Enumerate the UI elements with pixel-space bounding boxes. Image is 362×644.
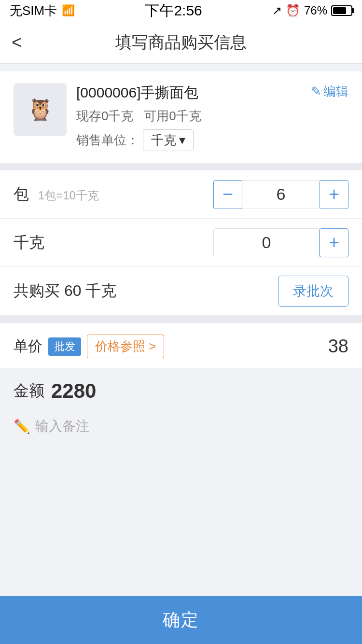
amount-row: 金额 2280 — [14, 379, 348, 403]
status-time: 下午2:56 — [145, 1, 202, 21]
bao-section: 包 1包=10千克 − + 千克 + — [0, 170, 362, 267]
dropdown-arrow-icon: ▾ — [179, 133, 185, 148]
price-ref-button[interactable]: 价格参照 > — [87, 335, 164, 358]
product-logo-icon: 🦉 — [27, 97, 54, 122]
divider-2 — [0, 315, 362, 323]
current-stock: 现存0千克 — [76, 109, 133, 123]
total-row: 共购买 60 千克 录批次 — [0, 267, 362, 315]
bao-increment-button[interactable]: + — [320, 180, 348, 209]
bao-hint: 1包=10千克 — [38, 189, 99, 202]
price-tag: 批发 — [48, 337, 81, 356]
edit-icon: ✎ — [311, 84, 321, 99]
bao-label-text: 包 — [14, 185, 29, 203]
product-thumbnail: 🦉 — [14, 83, 67, 136]
kg-row: 千克 + — [0, 219, 362, 267]
unit-label: 销售单位： — [76, 132, 139, 149]
page-title: 填写商品购买信息 — [115, 31, 247, 54]
total-label: 共购买 60 千克 — [14, 280, 116, 302]
price-row: 单价 批发 价格参照 > 38 — [14, 335, 348, 358]
bao-decrement-button[interactable]: − — [213, 180, 242, 209]
kg-label: 千克 — [14, 232, 213, 253]
product-name: [0000006]手撕面包 — [76, 83, 348, 103]
confirm-button[interactable]: 确定 — [0, 596, 362, 644]
alarm-icon: ⏰ — [286, 4, 300, 17]
batch-button[interactable]: 录批次 — [278, 276, 348, 307]
divider-1 — [0, 163, 362, 170]
product-card: 🦉 [0000006]手撕面包 现存0千克 可用0千克 销售单位： 千克 ▾ ✎… — [0, 71, 362, 163]
remark-placeholder: 输入备注 — [35, 417, 89, 435]
bao-qty-input[interactable] — [242, 180, 320, 209]
amount-section: 金额 2280 ✏️ 输入备注 — [0, 368, 362, 445]
bao-label: 包 1包=10千克 — [14, 184, 213, 205]
price-value: 38 — [328, 336, 348, 357]
pencil-icon: ✏️ — [14, 419, 30, 434]
unit-selector[interactable]: 千克 ▾ — [143, 129, 194, 151]
kg-qty-control: + — [213, 228, 348, 257]
status-bar: 无SIM卡 📶 下午2:56 ↗ ⏰ 76% — [0, 0, 362, 21]
edit-label: 编辑 — [323, 83, 348, 100]
carrier-text: 无SIM卡 — [10, 2, 57, 19]
battery-icon — [331, 5, 352, 16]
kg-qty-input[interactable] — [213, 228, 320, 257]
product-info: [0000006]手撕面包 现存0千克 可用0千克 销售单位： 千克 ▾ — [76, 83, 348, 151]
price-section: 单价 批发 价格参照 > 38 — [0, 323, 362, 368]
wifi-icon: 📶 — [62, 4, 75, 17]
product-stock: 现存0千克 可用0千克 — [76, 108, 348, 125]
price-label: 单价 — [14, 336, 42, 356]
remark-row[interactable]: ✏️ 输入备注 — [14, 412, 348, 445]
nav-bar: < 填写商品购买信息 — [0, 21, 362, 64]
status-right: ↗ ⏰ 76% — [272, 4, 352, 17]
bao-qty-control: − + — [213, 180, 348, 209]
back-button[interactable]: < — [12, 32, 22, 53]
amount-value: 2280 — [51, 379, 96, 403]
status-left: 无SIM卡 📶 — [10, 2, 75, 19]
product-unit-row: 销售单位： 千克 ▾ — [76, 129, 348, 151]
bao-row: 包 1包=10千克 − + — [0, 170, 362, 219]
unit-value: 千克 — [151, 132, 176, 149]
kg-increment-button[interactable]: + — [320, 228, 348, 257]
location-icon: ↗ — [272, 4, 282, 17]
available-stock: 可用0千克 — [144, 109, 201, 123]
battery-percent: 76% — [304, 4, 327, 17]
edit-button[interactable]: ✎ 编辑 — [311, 83, 348, 100]
price-label-group: 单价 批发 价格参照 > — [14, 335, 164, 358]
amount-label: 金额 — [14, 380, 44, 402]
spacer — [0, 445, 362, 596]
